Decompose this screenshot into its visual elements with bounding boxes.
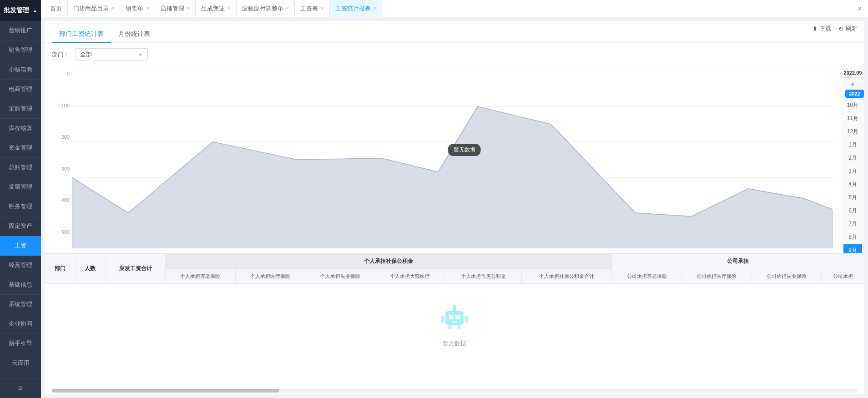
- tab-首页[interactable]: 首页: [45, 0, 68, 17]
- month-item-2月[interactable]: 2月: [843, 151, 862, 165]
- svg-rect-10: [452, 321, 457, 323]
- col-p-pension: 个人承担养老保险: [166, 269, 236, 284]
- tab-label: 应收应付调整单: [242, 5, 283, 13]
- tab-label: 工资表: [300, 5, 318, 13]
- download-label: 下载: [819, 25, 831, 33]
- col-group-company: 公司承担: [612, 254, 864, 269]
- sidebar-item-云应用[interactable]: 云应用: [0, 353, 41, 373]
- stats-table: 部门 人数 应发工资合计 个人承担社保公积金 公司承担 个人承担养老保险 个人承…: [45, 253, 864, 284]
- close-all-tabs-button[interactable]: ✕: [855, 3, 864, 14]
- date-panel-header: 2022.09: [841, 66, 864, 78]
- svg-point-12: [453, 305, 456, 308]
- date-panel: 2022.09 ▲ 202210月11月12月1月2月3月4月5月6月7月8月9…: [841, 66, 864, 253]
- settings-button[interactable]: ⚙: [0, 378, 41, 398]
- sidebar-item-库存核算[interactable]: 库存核算: [0, 119, 41, 138]
- month-item-5月[interactable]: 5月: [843, 191, 862, 204]
- tab-close-icon[interactable]: ×: [111, 6, 114, 11]
- month-item-4月[interactable]: 4月: [843, 178, 862, 191]
- col-c-pension: 公司承担养老保险: [612, 269, 682, 284]
- sidebar-item-销售管理[interactable]: 销售管理: [0, 40, 41, 60]
- sidebar-header[interactable]: 批发管理 ▲: [0, 0, 41, 21]
- scrollbar-thumb[interactable]: [52, 389, 279, 393]
- svg-rect-9: [455, 315, 460, 319]
- sidebar-item-工资[interactable]: 工资: [0, 236, 41, 256]
- tab-dept-stats[interactable]: 部门工资统计表: [52, 26, 111, 43]
- tab-label: 生成凭证: [201, 5, 225, 13]
- date-prev-button[interactable]: ▲: [848, 78, 858, 89]
- month-item-12月[interactable]: 12月: [843, 125, 862, 138]
- col-p-total: 个人承担社保公积金合计: [521, 269, 611, 284]
- toolbar: ⬇ 下载 ↻ 刷新: [805, 21, 864, 36]
- dept-filter-value: 全部: [80, 50, 92, 59]
- sidebar: 批发管理 ▲ 营销推广销售管理小畅电商电商管理采购管理库存核算资金管理总账管理发…: [0, 0, 41, 398]
- svg-rect-13: [441, 316, 444, 323]
- sidebar-arrow-icon: ▲: [33, 8, 37, 13]
- sidebar-item-新手引导[interactable]: 新手引导: [0, 334, 41, 353]
- tab-label: 工资统计报表: [335, 5, 371, 13]
- year-badge[interactable]: 2022: [845, 90, 863, 98]
- horizontal-scrollbar[interactable]: [52, 389, 857, 393]
- sidebar-item-发票管理[interactable]: 发票管理: [0, 177, 41, 197]
- month-item-9月[interactable]: 9月: [843, 244, 862, 253]
- tab-close-icon[interactable]: ×: [187, 6, 190, 11]
- sidebar-item-企业协同[interactable]: 企业协同: [0, 314, 41, 334]
- sidebar-item-资金管理[interactable]: 资金管理: [0, 138, 41, 158]
- refresh-button[interactable]: ↻ 刷新: [838, 25, 857, 33]
- svg-rect-14: [464, 316, 468, 323]
- tab-close-icon[interactable]: ×: [373, 6, 376, 11]
- month-item-7月[interactable]: 7月: [843, 217, 862, 231]
- month-item-10月[interactable]: 10月: [843, 99, 862, 112]
- table-wrapper: 部门 人数 应发工资合计 个人承担社保公积金 公司承担 个人承担养老保险 个人承…: [45, 253, 864, 394]
- svg-rect-8: [449, 315, 454, 319]
- table-scroll[interactable]: 部门 人数 应发工资合计 个人承担社保公积金 公司承担 个人承担养老保险 个人承…: [45, 253, 864, 387]
- tab-销售单[interactable]: 销售单×: [120, 0, 155, 17]
- tab-生成凭证[interactable]: 生成凭证×: [196, 0, 236, 17]
- sidebar-item-经营管理[interactable]: 经营管理: [0, 256, 41, 275]
- dept-filter-select[interactable]: 全部 ▼: [75, 48, 148, 61]
- tab-应收应付调整单[interactable]: 应收应付调整单×: [237, 0, 295, 17]
- sidebar-item-电商管理[interactable]: 电商管理: [0, 80, 41, 99]
- sidebar-item-营销推广[interactable]: 营销推广: [0, 21, 41, 40]
- month-item-11月[interactable]: 11月: [843, 112, 862, 125]
- tab-close-icon[interactable]: ×: [321, 6, 323, 11]
- empty-text: 暂无数据: [443, 339, 466, 348]
- tab-工资表[interactable]: 工资表×: [295, 0, 329, 17]
- sidebar-item-总账管理[interactable]: 总账管理: [0, 158, 41, 177]
- filter-row: 部门： 全部 ▼: [45, 43, 864, 66]
- sidebar-item-采购管理[interactable]: 采购管理: [0, 99, 41, 119]
- sidebar-item-税务管理[interactable]: 税务管理: [0, 197, 41, 217]
- sidebar-item-系统管理[interactable]: 系统管理: [0, 295, 41, 314]
- sidebar-item-小畅电商[interactable]: 小畅电商: [0, 60, 41, 80]
- sidebar-item-固定资产[interactable]: 固定资产: [0, 217, 41, 236]
- tab-label: 店铺管理: [161, 5, 184, 13]
- month-item-8月[interactable]: 8月: [843, 231, 862, 244]
- month-item-1月[interactable]: 1月: [843, 138, 862, 151]
- month-item-6月[interactable]: 6月: [843, 204, 862, 217]
- col-total-wage: 应发工资合计: [106, 254, 166, 284]
- sub-tabs: 部门工资统计表 月份统计表: [45, 21, 165, 42]
- col-c-other: 公司承担: [822, 269, 864, 284]
- tab-close-icon[interactable]: ×: [227, 6, 230, 11]
- month-item-3月[interactable]: 3月: [843, 165, 862, 178]
- col-c-unemploy: 公司承担失业保险: [752, 269, 822, 284]
- tab-close-icon[interactable]: ×: [286, 6, 289, 11]
- tab-month-stats[interactable]: 月份统计表: [111, 26, 157, 43]
- tab-close-icon[interactable]: ×: [146, 6, 149, 11]
- col-c-medical: 公司承担医疗保险: [681, 269, 752, 284]
- tab-工资统计报表[interactable]: 工资统计报表×: [330, 0, 382, 17]
- col-p-medical: 个人承担医疗保险: [235, 269, 305, 284]
- tab-label: 销售单: [126, 5, 143, 13]
- sidebar-item-基础信息[interactable]: 基础信息: [0, 275, 41, 295]
- download-button[interactable]: ⬇ 下载: [812, 25, 831, 33]
- tab-店铺管理[interactable]: 店铺管理×: [155, 0, 196, 17]
- col-p-bigmedical: 个人承担大额医疗: [375, 269, 445, 284]
- chevron-down-icon: ▼: [138, 52, 143, 57]
- chart-area: 500 400 300 200 100 0: [45, 66, 864, 253]
- tab-label: 门店商品目录: [73, 5, 109, 13]
- content-area: 部门工资统计表 月份统计表 ⬇ 下载 ↻ 刷新 部门： 全部 ▼: [45, 21, 864, 394]
- tab-门店商品目录[interactable]: 门店商品目录×: [68, 0, 120, 17]
- svg-rect-16: [457, 325, 461, 329]
- refresh-icon: ↻: [838, 25, 843, 32]
- refresh-label: 刷新: [845, 25, 857, 33]
- col-p-housing: 个人承担住房公积金: [445, 269, 522, 284]
